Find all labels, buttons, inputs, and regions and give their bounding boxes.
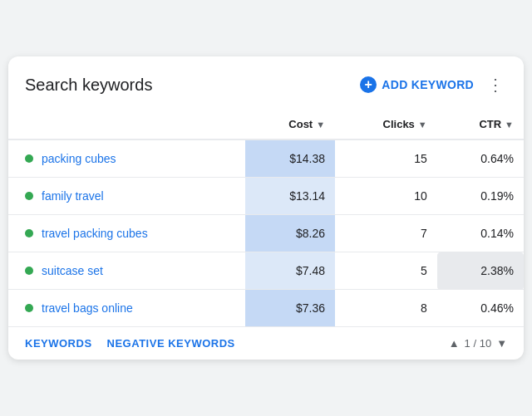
keywords-tab[interactable]: KEYWORDS — [25, 337, 92, 350]
col-ctr[interactable]: CTR ▼ — [437, 110, 524, 139]
keyword-cell: suitcase set — [8, 252, 245, 290]
clicks-cell: 10 — [335, 178, 437, 215]
add-keyword-button[interactable]: + ADD KEYWORD — [360, 76, 474, 93]
ctr-cell: 0.19% — [437, 178, 524, 215]
negative-keywords-tab[interactable]: NEGATIVE KEYWORDS — [107, 337, 235, 350]
col-cost[interactable]: Cost ▼ — [245, 110, 335, 139]
more-options-button[interactable]: ⋮ — [484, 71, 507, 98]
clicks-sort-icon: ▼ — [418, 120, 427, 130]
card-header: Search keywords + ADD KEYWORD ⋮ — [8, 56, 524, 110]
cost-cell: $7.48 — [245, 252, 335, 290]
keyword-cell: family travel — [8, 178, 245, 215]
clicks-cell: 7 — [335, 215, 437, 252]
table-header-row: Cost ▼ Clicks ▼ CTR ▼ — [8, 110, 524, 139]
vertical-dots-icon: ⋮ — [487, 75, 504, 95]
keyword-link[interactable]: family travel — [42, 189, 104, 203]
table-row: packing cubes $14.38 15 0.64% — [8, 139, 524, 178]
keyword-cell: packing cubes — [8, 139, 245, 178]
ctr-cell: 2.38% — [437, 252, 524, 290]
ctr-sort-icon: ▼ — [505, 120, 514, 130]
keyword-cell: travel bags online — [8, 290, 245, 327]
status-dot — [25, 267, 33, 275]
table-row: suitcase set $7.48 5 2.38% — [8, 252, 524, 290]
header-actions: + ADD KEYWORD ⋮ — [360, 71, 507, 98]
col-clicks[interactable]: Clicks ▼ — [335, 110, 437, 139]
keyword-link[interactable]: packing cubes — [42, 152, 116, 165]
cost-sort-icon: ▼ — [316, 120, 325, 130]
cost-cell: $8.26 — [245, 215, 335, 252]
table-row: travel packing cubes $8.26 7 0.14% — [8, 215, 524, 252]
keyword-link[interactable]: suitcase set — [42, 264, 103, 277]
cost-cell: $14.38 — [245, 139, 335, 178]
pagination: ▲ 1 / 10 ▼ — [449, 337, 507, 350]
cost-cell: $7.36 — [245, 290, 335, 327]
clicks-cell: 8 — [335, 290, 437, 327]
keyword-cell: travel packing cubes — [8, 215, 245, 252]
table-row: family travel $13.14 10 0.19% — [8, 178, 524, 215]
pagination-text: 1 / 10 — [465, 337, 492, 350]
ctr-cell: 0.14% — [437, 215, 524, 252]
clicks-cell: 5 — [335, 252, 437, 290]
status-dot — [25, 304, 33, 312]
pagination-up-icon: ▲ — [449, 337, 460, 350]
status-dot — [25, 192, 33, 200]
card-title: Search keywords — [25, 76, 152, 95]
card-footer: KEYWORDS NEGATIVE KEYWORDS ▲ 1 / 10 ▼ — [8, 326, 524, 360]
table-row: travel bags online $7.36 8 0.46% — [8, 290, 524, 327]
ctr-cell: 0.46% — [437, 290, 524, 327]
keyword-link[interactable]: travel bags online — [42, 301, 133, 315]
cost-cell: $13.14 — [245, 178, 335, 215]
status-dot — [25, 154, 33, 163]
col-keyword — [8, 110, 245, 139]
keyword-link[interactable]: travel packing cubes — [42, 227, 148, 240]
footer-tabs: KEYWORDS NEGATIVE KEYWORDS — [25, 337, 235, 350]
clicks-cell: 15 — [335, 139, 437, 178]
status-dot — [25, 229, 33, 237]
ctr-cell: 0.64% — [437, 139, 524, 178]
keywords-table: Cost ▼ Clicks ▼ CTR ▼ — [8, 110, 524, 326]
pagination-down-icon: ▼ — [496, 337, 507, 350]
search-keywords-card: Search keywords + ADD KEYWORD ⋮ Cost ▼ — [8, 56, 524, 360]
add-keyword-label: ADD KEYWORD — [382, 78, 474, 91]
add-icon: + — [360, 76, 377, 93]
